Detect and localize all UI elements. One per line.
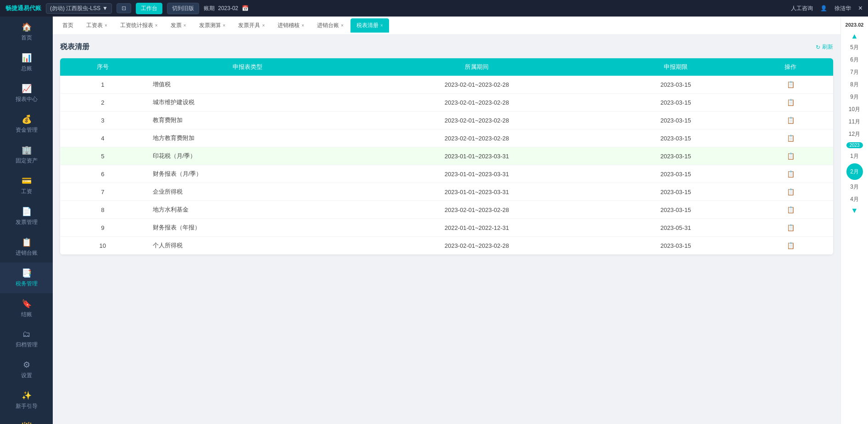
file-icon[interactable]: 📋 bbox=[787, 99, 795, 106]
company-selector[interactable]: (勿动) 江西股虫-LSS ▼ bbox=[46, 3, 112, 14]
table-row: 9 财务报表（年报） 2022-01-01~2022-12-31 2023-05… bbox=[60, 219, 833, 237]
copy-button[interactable]: ⊡ bbox=[117, 3, 131, 13]
tab-close-icon[interactable]: × bbox=[380, 23, 383, 28]
settings-icon: ⚙ bbox=[23, 360, 30, 370]
row-action[interactable]: 📋 bbox=[748, 94, 833, 112]
tab-close-icon[interactable]: × bbox=[301, 23, 304, 28]
col-header-操作: 操作 bbox=[748, 58, 833, 76]
row-action[interactable]: 📋 bbox=[748, 165, 833, 183]
sidebar-item-label: 归档管理 bbox=[16, 341, 38, 349]
tab-bar: 首页工资表×工资统计报表×发票×发票测算×发票开具×进销稽核×进销台账×税表清册… bbox=[53, 17, 840, 35]
tab-close-icon[interactable]: × bbox=[341, 23, 344, 28]
file-icon[interactable]: 📋 bbox=[787, 242, 795, 249]
tab-工资统计报表[interactable]: 工资统计报表× bbox=[114, 18, 164, 33]
calendar-up-button[interactable]: ▲ bbox=[850, 31, 859, 41]
cal-month-6月[interactable]: 6月 bbox=[847, 54, 862, 66]
sidebar-item-archive[interactable]: 🗂 归档管理 bbox=[0, 324, 53, 354]
cal-month-3月[interactable]: 3月 bbox=[846, 181, 863, 193]
archive-icon: 🗂 bbox=[22, 329, 31, 339]
tab-工资表[interactable]: 工资表× bbox=[80, 18, 113, 33]
calendar-header: 2023.02 bbox=[844, 20, 866, 29]
sidebar-item-salary[interactable]: 💳 工资 bbox=[0, 170, 53, 201]
cal-month-5月[interactable]: 5月 bbox=[847, 41, 862, 54]
row-period: 2023-02-01~2023-02-28 bbox=[350, 201, 603, 219]
tab-close-icon[interactable]: × bbox=[223, 23, 226, 28]
salary-icon: 💳 bbox=[22, 176, 32, 186]
row-deadline: 2023-03-15 bbox=[603, 76, 748, 94]
sidebar-item-settings[interactable]: ⚙ 设置 bbox=[0, 354, 53, 385]
sidebar-item-vip[interactable]: 👑 畅会员 bbox=[0, 416, 53, 424]
workspace-button[interactable]: 工作台 bbox=[136, 3, 162, 14]
sidebar-item-asset[interactable]: 🏢 固定资产 bbox=[0, 139, 53, 170]
row-action[interactable]: 📋 bbox=[748, 147, 833, 165]
tab-税表清册[interactable]: 税表清册× bbox=[351, 18, 389, 33]
file-icon[interactable]: 📋 bbox=[787, 134, 795, 142]
cal-month-12月[interactable]: 12月 bbox=[847, 128, 862, 140]
tab-首页[interactable]: 首页 bbox=[56, 18, 79, 33]
cal-month-9月[interactable]: 9月 bbox=[847, 91, 862, 103]
row-action[interactable]: 📋 bbox=[748, 183, 833, 201]
row-no: 9 bbox=[60, 219, 145, 237]
cal-month-10月[interactable]: 10月 bbox=[847, 103, 862, 116]
cal-month-11月[interactable]: 11月 bbox=[847, 116, 862, 128]
cal-month-8月[interactable]: 8月 bbox=[847, 78, 862, 91]
sidebar-item-label: 发票管理 bbox=[16, 218, 38, 226]
tab-进销稽核[interactable]: 进销稽核× bbox=[272, 18, 310, 33]
sidebar-item-invoice[interactable]: 📄 发票管理 bbox=[0, 201, 53, 232]
sidebar-item-purchase[interactable]: 📋 进销台账 bbox=[0, 232, 53, 262]
cal-month-1月[interactable]: 1月 bbox=[846, 150, 863, 162]
tab-发票测算[interactable]: 发票测算× bbox=[193, 18, 232, 33]
sidebar-item-report[interactable]: 📈 报表中心 bbox=[0, 78, 53, 109]
col-header-序号: 序号 bbox=[60, 58, 145, 76]
cal-month-4月[interactable]: 4月 bbox=[846, 193, 863, 206]
file-icon[interactable]: 📋 bbox=[787, 117, 795, 124]
row-action[interactable]: 📋 bbox=[748, 237, 833, 255]
consulting-button[interactable]: 人工咨询 bbox=[791, 5, 813, 12]
sidebar-item-ledger[interactable]: 📊 总账 bbox=[0, 47, 53, 78]
calendar-icon[interactable]: 📅 bbox=[242, 5, 249, 11]
sidebar-item-tax[interactable]: 📑 税务管理 bbox=[0, 262, 53, 293]
switch-old-button[interactable]: 切到旧版 bbox=[167, 3, 199, 14]
tab-close-icon[interactable]: × bbox=[155, 23, 158, 28]
app-logo: 畅捷通易代账 bbox=[6, 4, 41, 12]
row-type: 城市维护建设税 bbox=[145, 94, 351, 112]
tab-close-icon[interactable]: × bbox=[105, 23, 107, 28]
tab-进销台账[interactable]: 进销台账× bbox=[311, 18, 350, 33]
tab-close-icon[interactable]: × bbox=[262, 23, 265, 28]
row-action[interactable]: 📋 bbox=[748, 112, 833, 129]
sidebar-item-fund[interactable]: 💰 资金管理 bbox=[0, 109, 53, 139]
home-icon: 🏠 bbox=[22, 22, 32, 32]
cal-month-2月[interactable]: 2月 bbox=[846, 163, 863, 180]
tab-发票开具[interactable]: 发票开具× bbox=[232, 18, 271, 33]
close-window-button[interactable]: × bbox=[858, 4, 862, 12]
file-icon[interactable]: 📋 bbox=[787, 224, 795, 231]
file-icon[interactable]: 📋 bbox=[787, 152, 795, 160]
sidebar-item-label: 总账 bbox=[21, 65, 32, 73]
table-row: 8 地方水利基金 2023-02-01~2023-02-28 2023-03-1… bbox=[60, 201, 833, 219]
tab-label: 工资统计报表 bbox=[120, 22, 153, 29]
sidebar-item-guide[interactable]: ✨ 新手引导 bbox=[0, 385, 53, 416]
row-deadline: 2023-03-15 bbox=[603, 183, 748, 201]
row-action[interactable]: 📋 bbox=[748, 219, 833, 237]
sidebar-item-settlement[interactable]: 🔖 结账 bbox=[0, 293, 53, 324]
guide-icon: ✨ bbox=[22, 391, 32, 401]
tab-发票[interactable]: 发票× bbox=[165, 18, 192, 33]
cal-month-7月[interactable]: 7月 bbox=[847, 66, 862, 78]
refresh-icon: ↻ bbox=[816, 44, 820, 50]
row-deadline: 2023-03-15 bbox=[603, 94, 748, 112]
file-icon[interactable]: 📋 bbox=[787, 170, 795, 178]
row-action[interactable]: 📋 bbox=[748, 201, 833, 219]
file-icon[interactable]: 📋 bbox=[787, 188, 795, 195]
sidebar-item-label: 设置 bbox=[21, 372, 32, 379]
refresh-button[interactable]: ↻ 刷新 bbox=[816, 43, 833, 51]
file-icon[interactable]: 📋 bbox=[787, 206, 795, 213]
sidebar-item-home[interactable]: 🏠 首页 bbox=[0, 17, 53, 47]
vip-icon: 👑 bbox=[22, 421, 32, 424]
tab-close-icon[interactable]: × bbox=[184, 23, 186, 28]
sidebar-item-label: 结账 bbox=[21, 311, 32, 318]
file-icon[interactable]: 📋 bbox=[787, 81, 795, 88]
row-action[interactable]: 📋 bbox=[748, 129, 833, 147]
row-action[interactable]: 📋 bbox=[748, 76, 833, 94]
period-label: 账期 2023-02 📅 bbox=[204, 5, 249, 12]
calendar-down-button[interactable]: ▼ bbox=[850, 206, 859, 216]
